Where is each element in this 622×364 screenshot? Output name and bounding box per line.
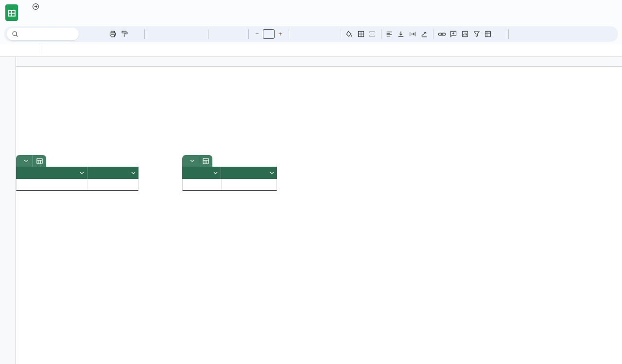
insert-chart-button[interactable] — [459, 28, 471, 40]
menu-tools[interactable] — [62, 14, 69, 17]
table-grid-icon — [203, 158, 209, 164]
table-views-button[interactable] — [483, 28, 494, 40]
menu-insert[interactable] — [42, 14, 49, 17]
font-size-input[interactable] — [263, 29, 275, 39]
menu-help[interactable] — [76, 14, 83, 17]
printer-icon — [109, 30, 117, 38]
text-rotation-icon — [420, 30, 428, 38]
text-wrap-button[interactable] — [407, 28, 419, 40]
input-tools-button[interactable] — [511, 28, 523, 40]
insert-comment-button[interactable] — [448, 28, 459, 40]
menu-extensions[interactable] — [69, 14, 76, 17]
fill-color-icon — [346, 30, 353, 38]
create-filter-button[interactable] — [471, 28, 483, 40]
link-icon — [438, 30, 446, 38]
strikethrough-button[interactable] — [315, 28, 327, 40]
zoom-select[interactable] — [130, 28, 142, 40]
decrease-decimal-button[interactable] — [171, 28, 182, 40]
cell-e13[interactable] — [222, 179, 276, 190]
table-header-raschet-ok — [16, 167, 138, 179]
formula-bar — [0, 44, 622, 57]
paint-roller-icon — [121, 30, 128, 38]
table-column-header[interactable] — [182, 167, 221, 179]
comment-add-icon — [449, 30, 457, 38]
merge-cells-button[interactable] — [367, 28, 379, 40]
cell-b13[interactable] — [87, 179, 138, 190]
paint-format-button[interactable] — [119, 28, 130, 40]
chevron-down-icon — [80, 172, 84, 174]
spreadsheet-app: − + — [0, 0, 622, 364]
select-all-corner[interactable] — [0, 57, 16, 67]
toolbar: − + — [4, 26, 618, 42]
format-currency-button[interactable] — [147, 28, 159, 40]
insert-link-button[interactable] — [436, 28, 448, 40]
italic-button[interactable] — [303, 28, 315, 40]
merge-cells-icon — [368, 30, 376, 38]
row-headers — [0, 67, 16, 364]
table-options-button[interactable] — [199, 155, 212, 167]
table-column-header[interactable] — [221, 167, 277, 179]
vertical-align-button[interactable] — [396, 28, 407, 40]
undo-button[interactable] — [84, 28, 95, 40]
table-tab-norma-ok[interactable] — [182, 155, 212, 167]
align-left-icon — [385, 30, 393, 38]
menu-edit[interactable] — [28, 14, 35, 17]
chevron-down-icon — [24, 159, 28, 162]
table-header-norma-ok — [182, 167, 277, 179]
chart-icon — [461, 30, 469, 38]
table-row — [182, 179, 277, 191]
chevron-down-icon — [270, 172, 274, 174]
table-column-header[interactable] — [16, 167, 87, 179]
pivot-table-icon — [484, 30, 492, 38]
more-formats-button[interactable] — [194, 28, 206, 40]
table-grid-icon — [36, 158, 43, 164]
menu-file[interactable] — [21, 14, 28, 17]
menu-format[interactable] — [49, 14, 55, 17]
redo-button[interactable] — [95, 28, 107, 40]
sheet-cells[interactable] — [16, 67, 622, 364]
chevron-down-icon — [131, 172, 136, 174]
text-rotation-button[interactable] — [419, 28, 431, 40]
column-headers — [0, 57, 622, 67]
filter-icon — [473, 30, 481, 38]
cell-a13[interactable] — [17, 179, 87, 190]
text-wrap-icon — [409, 30, 416, 38]
increase-font-size-button[interactable]: + — [275, 28, 286, 40]
text-color-button[interactable] — [327, 28, 338, 40]
font-family-select[interactable] — [211, 28, 246, 40]
borders-button[interactable] — [355, 28, 367, 40]
bold-button[interactable] — [292, 28, 303, 40]
menu-data[interactable] — [55, 14, 62, 17]
chevron-down-icon — [213, 172, 218, 174]
functions-button[interactable] — [494, 28, 506, 40]
table-tab-raschet-ok[interactable] — [16, 155, 46, 167]
decrease-font-size-button[interactable]: − — [251, 28, 263, 40]
chevron-down-icon — [190, 159, 194, 162]
print-button[interactable] — [107, 28, 119, 40]
cell-d13[interactable] — [183, 179, 222, 190]
table-column-header[interactable] — [87, 167, 138, 179]
search-menus-button[interactable] — [7, 28, 79, 40]
sheets-logo-icon[interactable] — [5, 4, 18, 21]
menu-view[interactable] — [35, 14, 42, 17]
borders-icon — [357, 30, 365, 38]
search-icon — [12, 31, 18, 37]
fill-color-button[interactable] — [344, 28, 355, 40]
format-percent-button[interactable] — [159, 28, 171, 40]
table-row — [16, 179, 138, 191]
align-bottom-icon — [397, 30, 405, 38]
horizontal-align-button[interactable] — [384, 28, 396, 40]
titlebar — [0, 0, 622, 25]
increase-decimal-button[interactable] — [182, 28, 194, 40]
menu-bar — [21, 14, 83, 17]
move-folder-icon[interactable] — [32, 3, 39, 12]
table-options-button[interactable] — [33, 155, 46, 167]
